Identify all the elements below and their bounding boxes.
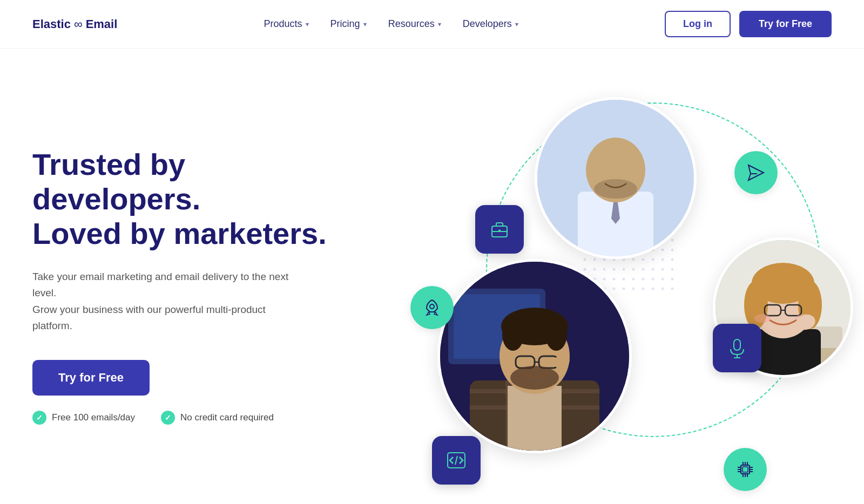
nav-item-products[interactable]: Products ▾ [264,18,309,30]
nav-item-pricing[interactable]: Pricing ▾ [330,18,367,30]
nav-item-developers[interactable]: Developers ▾ [463,18,518,30]
chevron-down-icon: ▾ [515,21,518,28]
svg-point-25 [510,366,559,390]
chevron-down-icon: ▾ [363,21,367,28]
svg-line-46 [455,456,457,465]
code-icon [446,449,467,471]
nav-links: Products ▾ Pricing ▾ Resources ▾ Develop… [264,18,518,30]
try-for-free-button-hero[interactable]: Try for Free [32,360,150,396]
rocket-icon-circle [410,286,454,329]
hero-title: Trusted by developers. Loved by marketer… [32,147,356,251]
nav-link-pricing[interactable]: Pricing ▾ [330,18,367,30]
code-icon-square [432,436,481,485]
nav-actions: Log in Try for Free [665,11,832,37]
chevron-down-icon: ▾ [306,21,309,28]
svg-point-50 [430,304,434,309]
logo[interactable]: Elastic ∞ Email [32,17,117,31]
chevron-down-icon: ▾ [438,21,441,28]
try-for-free-button-nav[interactable]: Try for Free [739,11,832,37]
badge-no-card: ✓ No credit card required [161,411,274,425]
hero-illustration [378,81,832,491]
logo-text-part1: Elastic [32,17,71,31]
svg-point-39 [754,314,771,323]
person-top-image [537,100,694,256]
chip-icon [735,460,755,479]
svg-rect-54 [742,467,748,472]
svg-point-20 [502,318,524,351]
briefcase-icon [489,219,510,240]
person-bottom-left [437,259,632,453]
send-icon [746,163,766,182]
check-icon-emails: ✓ [32,411,46,425]
svg-point-7 [594,179,637,199]
person-bottom-left-image [440,262,629,451]
nav-item-resources[interactable]: Resources ▾ [388,18,441,30]
hero-badges: ✓ Free 100 emails/day ✓ No credit card r… [32,411,356,425]
login-button[interactable]: Log in [665,11,731,37]
badge-no-card-text: No credit card required [180,412,274,423]
send-icon-circle [734,151,778,194]
microphone-icon [726,337,748,359]
logo-icon: ∞ [74,17,83,31]
chip-icon-circle [724,448,767,491]
rocket-icon [422,298,442,317]
hero-section: Trusted by developers. Loved by marketer… [0,49,864,504]
navbar: Elastic ∞ Email Products ▾ Pricing ▾ Res… [0,0,864,49]
nav-link-developers[interactable]: Developers ▾ [463,18,518,30]
svg-rect-47 [734,339,740,350]
svg-rect-16 [508,386,562,451]
nav-link-resources[interactable]: Resources ▾ [388,18,441,30]
check-icon-no-card: ✓ [161,411,175,425]
svg-point-21 [545,318,567,351]
person-top [535,97,697,259]
badge-emails: ✓ Free 100 emails/day [32,411,135,425]
hero-content: Trusted by developers. Loved by marketer… [32,147,356,425]
logo-text-part2: Email [86,17,118,31]
svg-marker-51 [748,165,764,180]
nav-link-products[interactable]: Products ▾ [264,18,309,30]
badge-emails-text: Free 100 emails/day [52,412,135,423]
hero-subtitle: Take your email marketing and email deli… [32,269,302,335]
microphone-icon-square [713,324,761,372]
briefcase-icon-square [475,205,524,254]
